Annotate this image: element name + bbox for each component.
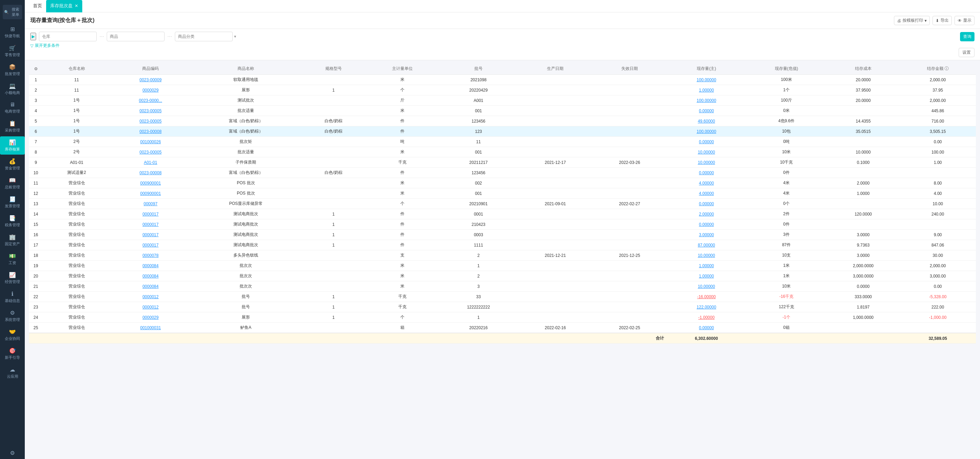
cell-qty-main[interactable]: 10.00000 (667, 157, 746, 168)
cell-qty-main[interactable]: 1.00000 (667, 85, 746, 96)
sidebar-item-ec-mgmt[interactable]: 🖥电商管理 (0, 99, 25, 117)
cell-qty-main[interactable]: 0.00000 (667, 168, 746, 178)
cell-qty-main[interactable]: 0.00000 (667, 199, 746, 209)
cell-qty-main[interactable]: 10.00000 (667, 250, 746, 261)
settings-icon-btn[interactable]: ⚙ (10, 450, 15, 456)
cell-cost (827, 168, 900, 178)
cell-batch: 1 (439, 261, 519, 271)
tab-home[interactable]: 首页 (29, 0, 46, 13)
cell-qty-main[interactable]: 87.00000 (667, 240, 746, 250)
cell-code[interactable]: 0000029 (110, 85, 190, 96)
search-menu-button[interactable]: 🔍 搜索菜单 (3, 5, 22, 19)
cell-code[interactable]: 0000084 (110, 271, 190, 281)
cell-code[interactable]: 0023-00005 (110, 116, 190, 126)
cell-qty-main[interactable]: -1.00000 (667, 312, 746, 323)
sidebar-item-tax[interactable]: 📑税务管理 (0, 212, 25, 230)
sidebar-item-cloud[interactable]: ☁云应用 (0, 363, 25, 382)
sidebar-item-invoice[interactable]: 🧾发票管理 (0, 193, 25, 212)
cell-qty-main[interactable]: 2.00000 (667, 209, 746, 219)
display-button[interactable]: 👁 显示 (955, 16, 975, 25)
cell-qty-main[interactable]: 122.00000 (667, 302, 746, 312)
cell-code[interactable]: A01-01 (110, 157, 190, 168)
cell-qty-main[interactable]: 0.00000 (667, 219, 746, 230)
cell-qty-main[interactable]: 0.00000 (667, 106, 746, 116)
export-button[interactable]: ⬇ 导出 (932, 16, 952, 25)
cell-code[interactable]: 001000031 (110, 323, 190, 333)
sidebar-item-retail[interactable]: 🛒零售管理 (0, 42, 25, 60)
cell-warehouse: 2号 (43, 147, 110, 157)
cell-qty-main[interactable]: 100.00000 (667, 75, 746, 85)
sidebar-item-small-ec[interactable]: 💻小额电商 (0, 80, 25, 98)
cell-code[interactable]: 0023-00008 (110, 168, 190, 178)
cell-qty-main[interactable]: 10.00000 (667, 281, 746, 292)
cell-qty-main[interactable]: 10.00000 (667, 147, 746, 157)
filter-expand-icon[interactable]: ▶ (30, 33, 36, 40)
settings-button[interactable]: 设置 (959, 48, 975, 57)
sidebar-item-asset[interactable]: 💰资金管理 (0, 155, 25, 174)
settings-col-icon[interactable]: ⚙ (34, 67, 38, 71)
cell-code[interactable]: 0000017 (110, 209, 190, 219)
cell-code[interactable]: 0023-0000... (110, 96, 190, 106)
category-input[interactable] (175, 32, 233, 41)
cell-code[interactable]: 0000017 (110, 240, 190, 250)
cell-code[interactable]: 0023-00009 (110, 75, 190, 85)
cell-spec: 1 (301, 302, 366, 312)
cell-qty-main[interactable]: 3.00000 (667, 230, 746, 240)
cell-code[interactable]: 001000026 (110, 137, 190, 147)
sidebar-item-quick-nav[interactable]: ⊞快捷导航 (0, 23, 25, 41)
cell-qty-main[interactable]: -16.00000 (667, 292, 746, 302)
cell-code[interactable]: 0000012 (110, 302, 190, 312)
sidebar-item-ops[interactable]: 📈经营管理 (0, 269, 25, 287)
cell-amount: 3,000.00 (900, 271, 976, 281)
category-filter: ▾ (175, 32, 236, 41)
cell-qty-main[interactable]: 1.00000 (667, 271, 746, 281)
cell-qty-main[interactable]: 100.00000 (667, 96, 746, 106)
cell-code[interactable]: 0000017 (110, 219, 190, 230)
cell-code[interactable]: 0023-00005 (110, 147, 190, 157)
product-input[interactable] (107, 32, 165, 41)
query-button[interactable]: 查询 (960, 32, 975, 41)
cell-seq: 13 (29, 199, 43, 209)
tab-batch-inventory[interactable]: 库存批次盘 ✕ (46, 0, 82, 13)
cell-exp-date (592, 116, 667, 126)
cell-qty-main[interactable]: 1.00000 (667, 261, 746, 271)
cell-code[interactable]: 0023-00008 (110, 126, 190, 137)
sidebar-icon-fixed-asset: 🏢 (9, 234, 16, 240)
cell-code[interactable]: 000097 (110, 199, 190, 209)
cell-code[interactable]: 000900001 (110, 178, 190, 188)
cell-code[interactable]: 0023-00005 (110, 106, 190, 116)
cell-unit: 件 (366, 209, 439, 219)
filter-expand-row: ▽ 展开更多条件 设置 (30, 43, 975, 49)
warehouse-input[interactable] (39, 32, 97, 41)
tab-close-icon[interactable]: ✕ (75, 3, 78, 8)
sidebar-item-corp[interactable]: 🤝企业协同 (0, 326, 25, 344)
sidebar-item-wholesale[interactable]: 📦批发管理 (0, 61, 25, 79)
sidebar-item-general[interactable]: 📖总账管理 (0, 174, 25, 193)
cell-code[interactable]: 0000029 (110, 312, 190, 323)
cell-code[interactable]: 0000012 (110, 292, 190, 302)
sidebar-item-fixed-asset[interactable]: 🏢固定资产 (0, 231, 25, 249)
sidebar-item-basic-info[interactable]: ℹ基础信息 (0, 288, 25, 306)
cell-qty-main[interactable]: 4.00000 (667, 178, 746, 188)
cell-batch: 001 (439, 106, 519, 116)
cell-code[interactable]: 000900001 (110, 188, 190, 199)
cell-qty-main[interactable]: 0.00000 (667, 323, 746, 333)
sidebar-item-inventory[interactable]: 📊库存核算 (0, 136, 25, 155)
sidebar-item-hr[interactable]: 💵工资 (0, 250, 25, 268)
expand-more-btn[interactable]: ▽ 展开更多条件 (30, 43, 975, 49)
cell-code[interactable]: 0000078 (110, 250, 190, 261)
cell-code[interactable]: 0000084 (110, 261, 190, 271)
cell-code[interactable]: 0000017 (110, 230, 190, 240)
cell-code[interactable]: 0000084 (110, 281, 190, 292)
sidebar-item-new-guide[interactable]: 🎯新手引导 (0, 345, 25, 363)
cell-qty-main[interactable]: 49.60000 (667, 116, 746, 126)
category-dropdown-icon[interactable]: ▾ (234, 34, 236, 39)
cell-seq: 3 (29, 96, 43, 106)
cell-qty-main[interactable]: 100.00000 (667, 126, 746, 137)
cell-cost: 1,000.0000 (827, 312, 900, 323)
sidebar-item-sys[interactable]: ⚙系统管理 (0, 307, 25, 325)
sidebar-item-purchase[interactable]: 📋采购管理 (0, 118, 25, 135)
cell-qty-main[interactable]: 0.00000 (667, 137, 746, 147)
print-button[interactable]: 🖨 按模板打印 ▾ (894, 16, 930, 25)
cell-qty-main[interactable]: 4.00000 (667, 188, 746, 199)
